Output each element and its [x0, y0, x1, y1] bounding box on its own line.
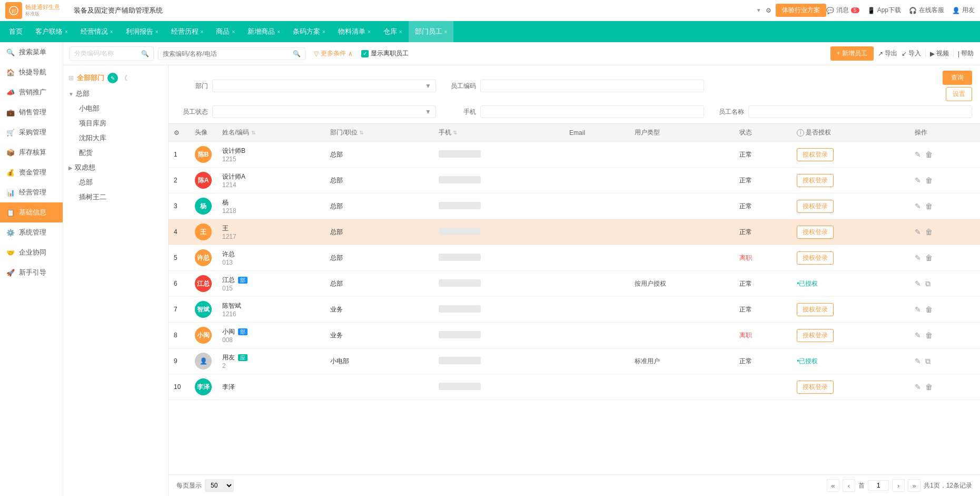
sidebar-item-purchase[interactable]: 🛒 采购管理 — [0, 122, 63, 142]
sidebar-item-system[interactable]: ⚙️ 系统管理 — [0, 222, 63, 242]
tab-profit[interactable]: 利润报告 × — [120, 21, 165, 42]
delete-icon[interactable]: 🗑 — [925, 150, 933, 159]
phone-input[interactable] — [480, 105, 704, 118]
info-icon[interactable]: i — [797, 129, 804, 137]
tab-journey[interactable]: 经营历程 × — [165, 21, 210, 42]
name-col-header[interactable]: 姓名/编码 ⇅ — [217, 124, 325, 142]
close-icon[interactable]: × — [277, 29, 280, 35]
close-icon[interactable]: × — [110, 29, 113, 35]
last-page-button[interactable]: » — [908, 479, 920, 492]
delete-icon[interactable]: 🗑 — [925, 331, 933, 339]
edit-icon[interactable]: ✎ — [915, 202, 921, 210]
delete-icon[interactable]: 🗑 — [925, 383, 933, 391]
sidebar-item-coop[interactable]: 🤝 企业协同 — [0, 242, 63, 262]
sidebar-item-guide[interactable]: 🚀 新手引导 — [0, 262, 63, 283]
sidebar-item-shortcut[interactable]: 🏠 快捷导航 — [0, 62, 63, 82]
auth-button[interactable]: 授权登录 — [797, 251, 834, 265]
edit-icon[interactable]: ✎ — [915, 305, 921, 314]
delete-icon[interactable]: 🗑 — [925, 305, 933, 314]
classify-search[interactable]: 分类编码/名称 🔍 — [70, 46, 154, 61]
tab-home[interactable]: 首页 — [3, 21, 29, 42]
all-dept-label[interactable]: 全部部门 — [77, 73, 104, 83]
app-download-button[interactable]: 📱 App下载 — [867, 6, 901, 15]
show-resign-toggle[interactable]: ✓ 显示离职员工 — [361, 49, 409, 58]
prev-page-button[interactable]: ‹ — [843, 479, 855, 492]
employee-name-input[interactable] — [748, 105, 972, 118]
close-icon[interactable]: × — [65, 29, 68, 35]
edit-icon[interactable]: ✎ — [915, 176, 921, 184]
sidebar-item-sales[interactable]: 💼 销售管理 — [0, 102, 63, 122]
help-button[interactable]: | 帮助 — [958, 49, 974, 58]
delete-icon[interactable]: 🗑 — [925, 202, 933, 210]
edit-icon[interactable]: ✎ — [915, 331, 921, 339]
close-icon[interactable]: × — [201, 29, 204, 35]
more-filter-button[interactable]: ▽ 更多条件 ∧ — [310, 47, 357, 60]
import-button[interactable]: ↙ 导入 — [902, 49, 921, 58]
close-icon[interactable]: × — [444, 29, 448, 35]
tree-item-project[interactable]: 项目库房 — [63, 116, 168, 131]
user-button[interactable]: 👤 用友 — [952, 6, 975, 15]
copy-icon[interactable]: ⧉ — [925, 279, 930, 288]
tree-item-general[interactable]: ▼ 总部 — [63, 86, 168, 101]
auth-button[interactable]: 授权登录 — [797, 148, 834, 161]
tree-item-chashuwang[interactable]: 插树王二 — [63, 190, 168, 205]
collapse-button[interactable]: 《 — [121, 74, 127, 83]
delete-icon[interactable]: 🗑 — [925, 254, 933, 262]
close-icon[interactable]: × — [322, 29, 325, 35]
edit-icon[interactable]: ✎ — [915, 228, 921, 236]
gear-icon[interactable]: ⚙ — [766, 7, 771, 14]
auth-button[interactable]: 授权登录 — [797, 381, 834, 394]
tree-item-zongbu[interactable]: 总部 — [63, 175, 168, 190]
tab-bom[interactable]: 物料清单 × — [332, 21, 377, 42]
page-size-select[interactable]: 50 100 — [205, 479, 234, 492]
sidebar-item-marketing[interactable]: 📣 营销推广 — [0, 82, 63, 102]
sidebar-item-basic[interactable]: 📋 基础信息 — [0, 202, 63, 222]
status-filter-select[interactable]: ▼ — [212, 105, 436, 118]
close-icon[interactable]: × — [399, 29, 402, 35]
phone-col-header[interactable]: 手机 ⇅ — [433, 124, 564, 142]
close-icon[interactable]: × — [368, 29, 371, 35]
edit-icon[interactable]: ✎ — [915, 279, 921, 288]
close-icon[interactable]: × — [232, 29, 235, 35]
export-button[interactable]: ↗ 导出 — [878, 49, 897, 58]
tree-item-shenyang[interactable]: 沈阳大库 — [63, 131, 168, 145]
close-icon[interactable]: × — [155, 29, 159, 35]
delete-icon[interactable]: 🗑 — [925, 228, 933, 236]
sidebar-item-search[interactable]: 🔍 搜索菜单 — [0, 42, 63, 62]
edit-icon[interactable]: ✎ — [915, 150, 921, 159]
page-input[interactable] — [868, 480, 889, 491]
video-button[interactable]: ▶ 视频 — [930, 49, 949, 58]
next-page-button[interactable]: › — [892, 479, 905, 492]
auth-button[interactable]: 授权登录 — [797, 200, 834, 213]
copy-icon[interactable]: ⧉ — [925, 357, 930, 366]
dept-filter-select[interactable]: ▼ — [212, 80, 436, 92]
search-input[interactable] — [163, 50, 293, 57]
auth-button[interactable]: 授权登录 — [797, 226, 834, 239]
tree-item-shuanglu[interactable]: ▶ 双虑想 — [63, 160, 168, 175]
auth-button[interactable]: 授权登录 — [797, 174, 834, 187]
system-dropdown-icon[interactable]: ▼ — [756, 7, 761, 13]
online-service-button[interactable]: 🎧 在线客服 — [909, 6, 944, 15]
auth-button[interactable]: 授权登录 — [797, 303, 834, 316]
first-page-button[interactable]: « — [827, 479, 839, 492]
edit-icon[interactable]: ✎ — [915, 383, 921, 391]
dept-col-header[interactable]: 部门/职位 ⇅ — [325, 124, 433, 142]
search-submit-icon[interactable]: 🔍 — [293, 50, 301, 57]
settings-col-header[interactable]: ⚙ — [169, 124, 190, 142]
edit-icon[interactable]: ✎ — [915, 254, 921, 262]
set-button[interactable]: 设置 — [946, 87, 972, 101]
classify-search-icon[interactable]: 🔍 — [141, 50, 149, 57]
tab-operation[interactable]: 经营情况 × — [74, 21, 120, 42]
delete-icon[interactable]: 🗑 — [925, 176, 933, 184]
tab-goods[interactable]: 商品 × — [210, 21, 241, 42]
add-employee-button[interactable]: + 新增员工 — [830, 46, 874, 61]
sidebar-item-inventory[interactable]: 📦 库存核算 — [0, 142, 63, 162]
tab-dept-employee[interactable]: 部门员工 × — [409, 21, 454, 42]
tree-item-xiaodian[interactable]: 小电部 — [63, 101, 168, 116]
tab-warehouse[interactable]: 仓库 × — [377, 21, 409, 42]
edit-icon[interactable]: ✎ — [915, 357, 921, 366]
add-dept-button[interactable]: ✎ — [107, 73, 118, 83]
message-button[interactable]: 💬 消息 5 — [826, 6, 859, 15]
tree-item-distribution[interactable]: 配货 — [63, 145, 168, 160]
tab-barcode[interactable]: 条码方案 × — [286, 21, 332, 42]
